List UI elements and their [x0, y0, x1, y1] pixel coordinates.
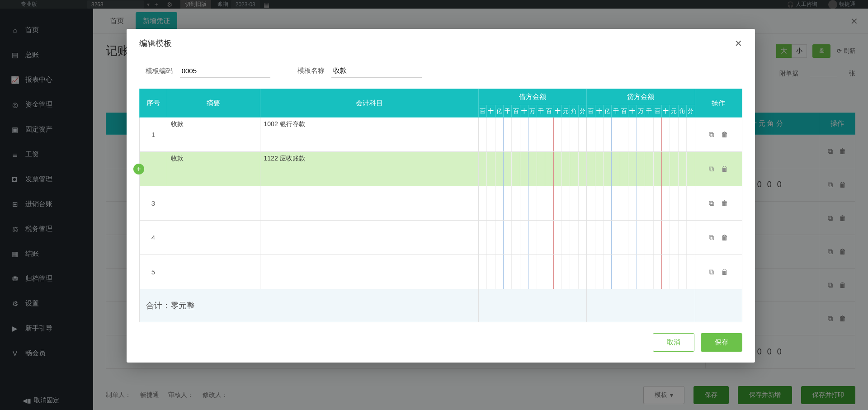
- table-row: 1收款1002 银行存款⧉🗑: [140, 118, 742, 152]
- modal-form: 模板编码 模板名称: [127, 58, 755, 89]
- close-icon[interactable]: ✕: [735, 38, 742, 49]
- digit-header: 百: [512, 105, 520, 118]
- row-ops: ⧉🗑: [695, 186, 742, 221]
- summary-cell[interactable]: 收款: [167, 152, 260, 186]
- digit-header: 元: [561, 105, 570, 118]
- digit-header: 千: [503, 105, 511, 118]
- subject-cell[interactable]: 1002 银行存款: [260, 118, 478, 152]
- summary-cell[interactable]: [167, 221, 260, 255]
- table-row: +收款1122 应收账款⧉🗑: [140, 152, 742, 186]
- subject-cell[interactable]: [260, 255, 478, 289]
- total-debit: [478, 289, 586, 322]
- amount-cell[interactable]: [478, 152, 586, 186]
- amount-cell[interactable]: [587, 186, 695, 221]
- copy-icon[interactable]: ⧉: [709, 268, 714, 276]
- digit-header: 千: [537, 105, 545, 118]
- total-credit: [587, 289, 695, 322]
- table-row: 5⧉🗑: [140, 255, 742, 289]
- row-ops: ⧉🗑: [695, 255, 742, 289]
- digit-header: 元: [670, 105, 678, 118]
- digit-header: 千: [612, 105, 620, 118]
- digit-header: 千: [645, 105, 653, 118]
- copy-icon[interactable]: ⧉: [709, 131, 714, 139]
- summary-cell[interactable]: 收款: [167, 118, 260, 152]
- digit-header: 万: [637, 105, 645, 118]
- amount-cell[interactable]: [478, 118, 586, 152]
- row-ops: ⧉🗑: [695, 221, 742, 255]
- table-row: 3⧉🗑: [140, 186, 742, 221]
- amount-cell[interactable]: [587, 221, 695, 255]
- digit-header: 十: [661, 105, 670, 118]
- add-row-button[interactable]: +: [133, 164, 144, 174]
- copy-icon[interactable]: ⧉: [709, 165, 714, 173]
- delete-icon[interactable]: 🗑: [721, 131, 728, 139]
- th-summary: 摘要: [167, 89, 260, 118]
- subject-cell[interactable]: [260, 186, 478, 221]
- th-seq: 序号: [140, 89, 167, 118]
- copy-icon[interactable]: ⧉: [709, 199, 714, 207]
- modal-grid: 序号 摘要 会计科目 借方金额 贷方金额 操作 百十亿千百十万千百十元角分百十亿…: [127, 89, 755, 322]
- table-row: 4⧉🗑: [140, 221, 742, 255]
- digit-header: 亿: [604, 105, 612, 118]
- amount-cell[interactable]: [587, 152, 695, 186]
- row-ops: ⧉🗑: [695, 118, 742, 152]
- digit-header: 百: [587, 105, 595, 118]
- digit-header: 十: [487, 105, 495, 118]
- amount-cell[interactable]: [587, 255, 695, 289]
- code-input[interactable]: [180, 64, 270, 78]
- copy-icon[interactable]: ⧉: [709, 234, 714, 242]
- delete-icon[interactable]: 🗑: [721, 199, 728, 207]
- digit-header: 十: [520, 105, 528, 118]
- digit-header: 百: [620, 105, 628, 118]
- modal-title: 编辑模板: [139, 38, 172, 49]
- row-ops: ⧉🗑: [695, 152, 742, 186]
- th-credit: 贷方金额: [587, 89, 695, 105]
- amount-cell[interactable]: [478, 255, 586, 289]
- digit-header: 角: [678, 105, 686, 118]
- digit-header: 十: [553, 105, 561, 118]
- digit-header: 分: [687, 105, 695, 118]
- digit-header: 亿: [495, 105, 503, 118]
- name-label: 模板名称: [297, 66, 325, 74]
- digit-header: 万: [528, 105, 537, 118]
- row-index: 1: [140, 118, 167, 152]
- row-index: 5: [140, 255, 167, 289]
- row-index: +: [140, 152, 167, 186]
- row-index: 4: [140, 221, 167, 255]
- digit-header: 角: [570, 105, 578, 118]
- total-label: 合计：零元整: [140, 289, 479, 322]
- th-subject: 会计科目: [260, 89, 478, 118]
- th-debit: 借方金额: [478, 89, 586, 105]
- digit-header: 百: [478, 105, 486, 118]
- cancel-button[interactable]: 取消: [653, 333, 694, 352]
- amount-cell[interactable]: [478, 186, 586, 221]
- save-button[interactable]: 保存: [701, 333, 742, 352]
- edit-template-modal: 编辑模板 ✕ 模板编码 模板名称 序号 摘要 会计科目: [127, 29, 755, 363]
- digit-header: 百: [653, 105, 661, 118]
- delete-icon[interactable]: 🗑: [721, 234, 728, 242]
- amount-cell[interactable]: [587, 118, 695, 152]
- modal-header: 编辑模板 ✕: [127, 29, 755, 58]
- digit-header: 分: [578, 105, 587, 118]
- subject-cell[interactable]: [260, 221, 478, 255]
- digit-header: 百: [545, 105, 553, 118]
- delete-icon[interactable]: 🗑: [721, 268, 728, 276]
- delete-icon[interactable]: 🗑: [721, 165, 728, 173]
- digit-header: 十: [628, 105, 637, 118]
- row-index: 3: [140, 186, 167, 221]
- subject-cell[interactable]: 1122 应收账款: [260, 152, 478, 186]
- modal-footer: 取消 保存: [127, 322, 755, 363]
- name-input[interactable]: [331, 64, 422, 78]
- digit-header: 十: [595, 105, 603, 118]
- summary-cell[interactable]: [167, 255, 260, 289]
- summary-cell[interactable]: [167, 186, 260, 221]
- code-label: 模板编码: [146, 67, 173, 75]
- th-ops: 操作: [695, 89, 742, 118]
- amount-cell[interactable]: [478, 221, 586, 255]
